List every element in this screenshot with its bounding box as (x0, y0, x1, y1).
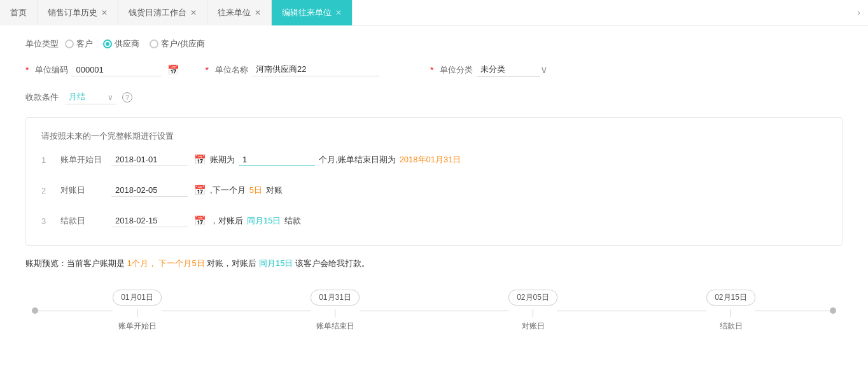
tab-sales-order[interactable]: 销售订单历史 ✕ (38, 0, 118, 25)
row-content-3: 📅 ，对账后 同月15日 结款 (111, 215, 301, 227)
radio-both[interactable]: 客户/供应商 (150, 38, 205, 50)
radio-group: 客户 供应商 客户/供应商 (65, 38, 205, 50)
unit-category-group: * 单位分类 未分类 ∨ (430, 62, 548, 77)
tab-edit-partner[interactable]: 编辑往来单位 ✕ (272, 0, 353, 25)
radio-supplier[interactable]: 供应商 (103, 38, 139, 50)
period-card: 请按照未来的一个完整帐期进行设置 1 账单开始日 📅 账期为 个月,账单结束日期… (25, 117, 843, 246)
help-icon[interactable]: ? (122, 92, 132, 102)
unit-code-input[interactable] (72, 64, 161, 76)
row-label-1: 账单开始日 (60, 154, 105, 165)
timeline-date-3: 02月05日 (508, 290, 557, 306)
unit-type-label: 单位类型 (25, 38, 59, 50)
timeline-line-5 (755, 311, 830, 311)
payment-row: 收款条件 月结 ∨ ? (25, 90, 843, 104)
unit-name-required: * (205, 65, 208, 75)
payment-suffix: 结款 (284, 215, 301, 227)
payment-day: 同月15日 (247, 215, 281, 227)
tab-sales-order-close[interactable]: ✕ (101, 8, 108, 17)
timeline-tick-3 (533, 309, 533, 317)
tab-partner-close[interactable]: ✕ (255, 8, 261, 17)
row-label-3: 结款日 (60, 215, 105, 227)
timeline-end-dot (830, 307, 836, 314)
timeline-tick-4 (731, 309, 731, 317)
timeline-tick-1 (137, 309, 137, 317)
timeline-point-1: 01月01日 账单开始日 (113, 290, 162, 332)
tab-partner-label: 往来单位 (218, 7, 251, 18)
timeline-date-1: 01月01日 (113, 290, 162, 306)
payment-prefix: ，对账后 (210, 215, 243, 227)
payment-value: 月结 (65, 90, 116, 104)
reconcile-day: 5日 (249, 185, 262, 196)
tab-cash-work-close[interactable]: ✕ (190, 8, 197, 17)
unit-code-icon[interactable]: 📅 (167, 64, 179, 76)
row-content-1: 📅 账期为 个月,账单结束日期为 2018年01月31日 (111, 153, 461, 166)
start-date-input[interactable] (111, 153, 188, 166)
tab-partner[interactable]: 往来单位 ✕ (207, 0, 272, 25)
main-content: 单位类型 客户 供应商 客户/供应商 * 单位编码 📅 * 单位名称 (0, 25, 868, 387)
period-row-2: 2 对账日 📅 ,下一个月5日 对账 (41, 184, 827, 197)
unit-category-value: 未分类 (477, 62, 540, 77)
payment-label: 收款条件 (25, 92, 59, 103)
tab-cash-work-label: 钱货日清工作台 (129, 7, 186, 18)
timeline-point-2: 01月31日 账单结束日 (311, 290, 360, 332)
timeline-label-3: 对账日 (522, 321, 545, 332)
period-month-label: 个月,账单结束日期为 (319, 154, 396, 165)
timeline-line-2 (162, 311, 311, 311)
timeline-point-3: 02月05日 对账日 (508, 290, 557, 332)
radio-customer-circle (65, 39, 74, 48)
period-label: 账期为 (210, 154, 235, 165)
radio-customer[interactable]: 客户 (65, 38, 93, 50)
preview-suffix: 该客户会给我打款。 (295, 258, 370, 268)
card-title: 请按照未来的一个完整帐期进行设置 (41, 130, 827, 142)
timeline-date-4: 02月15日 (706, 290, 755, 306)
unit-name-group: * 单位名称 (205, 64, 379, 76)
row-label-2: 对账日 (60, 185, 105, 196)
unit-code-required: * (25, 65, 29, 75)
radio-customer-label: 客户 (76, 38, 93, 50)
tab-edit-partner-close[interactable]: ✕ (335, 8, 342, 17)
end-date-display: 2018年01月31日 (400, 154, 461, 165)
row-num-1: 1 (41, 155, 54, 165)
reconcile-suffix: 对账 (266, 185, 283, 196)
timeline-point-4: 02月15日 结款日 (706, 290, 755, 332)
unit-name-input[interactable] (252, 64, 379, 76)
timeline-date-2: 01月31日 (311, 290, 360, 306)
radio-supplier-label: 供应商 (115, 38, 139, 50)
timeline-line-1 (38, 311, 113, 311)
reconcile-date-cal[interactable]: 📅 (194, 185, 206, 196)
unit-category-arrow: ∨ (540, 64, 548, 76)
row-content-2: 📅 ,下一个月5日 对账 (111, 184, 283, 197)
unit-category-required: * (430, 65, 433, 75)
unit-code-label: 单位编码 (35, 64, 68, 76)
period-row-3: 3 结款日 📅 ，对账后 同月15日 结款 (41, 215, 827, 227)
tab-cash-work[interactable]: 钱货日清工作台 ✕ (118, 0, 207, 25)
timeline-line-3 (360, 311, 508, 311)
tab-sales-order-label: 销售订单历史 (48, 7, 97, 18)
payment-date-cal[interactable]: 📅 (194, 215, 206, 227)
tab-home[interactable]: 首页 (0, 0, 38, 25)
period-row-1: 1 账单开始日 📅 账期为 个月,账单结束日期为 2018年01月31日 (41, 153, 827, 166)
unit-code-group: * 单位编码 📅 (25, 64, 179, 76)
unit-info-row: * 单位编码 📅 * 单位名称 * 单位分类 未分类 ∨ (25, 62, 843, 77)
radio-both-label: 客户/供应商 (161, 38, 205, 50)
preview-prefix: 账期预览：当前客户账期是 (25, 258, 125, 268)
preview-mid2: 对账，对账后 (207, 258, 259, 268)
tab-arrow-right[interactable]: › (850, 7, 868, 18)
timeline-label-1: 账单开始日 (118, 321, 157, 332)
preview-bar: 账期预览：当前客户账期是 1个月， 下一个月5日 对账，对账后 同月15日 该客… (25, 256, 843, 271)
row-num-2: 2 (41, 186, 54, 195)
period-value-input[interactable] (239, 153, 315, 166)
reconcile-date-input[interactable] (111, 184, 188, 197)
start-date-cal[interactable]: 📅 (194, 154, 206, 165)
radio-both-circle (150, 39, 158, 48)
payment-dropdown[interactable]: 月结 ∨ (65, 90, 116, 104)
unit-category-dropdown[interactable]: 未分类 ∨ (477, 62, 548, 77)
timeline-line-4 (557, 311, 706, 311)
preview-highlight: 同月15日 (259, 258, 293, 268)
payment-date-input[interactable] (111, 215, 188, 227)
timeline-tick-2 (335, 309, 335, 317)
timeline-label-4: 结款日 (720, 321, 743, 332)
radio-supplier-circle (103, 39, 112, 48)
unit-category-label: 单位分类 (440, 64, 473, 76)
reconcile-prefix: ,下一个月 (210, 185, 246, 196)
